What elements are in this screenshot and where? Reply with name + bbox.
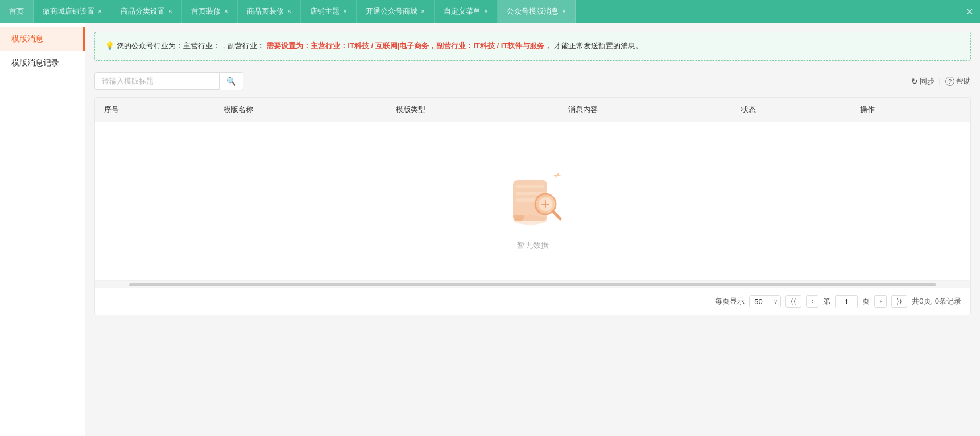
table-header: 序号模版名称模版类型消息内容状态操作 — [95, 98, 970, 122]
tab-close-shop-settings[interactable]: × — [98, 8, 102, 15]
search-button[interactable]: 🔍 — [220, 72, 243, 90]
notice-icon: 💡 — [105, 41, 114, 50]
help-label: 帮助 — [956, 76, 971, 86]
tab-custom-menu[interactable]: 自定义菜单 × — [435, 0, 498, 23]
tab-close-home-decor[interactable]: × — [224, 8, 228, 15]
col-header-name: 模版名称 — [214, 98, 387, 122]
search-icon: 🔍 — [226, 77, 236, 86]
empty-state: 暂无数据 — [104, 129, 961, 273]
notice-banner: 💡 您的公众号行业为：主营行业：，副营行业： 需要设置为：主营行业：IT科技 /… — [94, 32, 971, 61]
tab-close-product-category[interactable]: × — [168, 8, 172, 15]
pagination: 每页显示 102050100 ⟨⟨ ‹ 第 页 › ⟩⟩ 共0页, 0条记录 — [95, 288, 970, 315]
total-info: 共0页, 0条记录 — [912, 296, 961, 306]
current-page-input[interactable] — [835, 295, 858, 308]
page-size-label: 每页显示 — [715, 296, 745, 306]
tab-template-msg[interactable]: 公众号模版消息 × — [498, 0, 576, 23]
page-size-select[interactable]: 102050100 — [749, 295, 781, 308]
divider: | — [939, 77, 941, 85]
tab-product-decor[interactable]: 商品页装修 × — [238, 0, 301, 23]
notice-text-before: 您的公众号行业为：主营行业：，副营行业： — [117, 41, 264, 50]
tab-close-open-mall[interactable]: × — [421, 8, 425, 15]
prev-page-button[interactable]: ‹ — [806, 295, 818, 308]
col-header-index: 序号 — [95, 98, 214, 122]
tab-home-decor[interactable]: 首页装修 × — [182, 0, 238, 23]
sidebar-item-template-msg-record[interactable]: 模版消息记录 — [0, 51, 85, 75]
empty-illustration — [499, 163, 567, 231]
next-page-button[interactable]: › — [874, 295, 887, 308]
tab-close-template-msg[interactable]: × — [562, 8, 566, 15]
empty-text: 暂无数据 — [517, 240, 549, 251]
svg-line-7 — [553, 211, 560, 219]
sync-button[interactable]: ↻ 同步 — [911, 76, 934, 86]
tab-home[interactable]: 首页 — [0, 0, 34, 23]
tab-close-custom-menu[interactable]: × — [484, 8, 488, 15]
scrollbar-track — [129, 283, 936, 286]
help-button[interactable]: ? 帮助 — [945, 76, 971, 86]
page-word: 第 — [823, 296, 830, 306]
sidebar: 模版消息模版消息记录 — [0, 23, 85, 436]
search-bar: 🔍 ↻ 同步 | ? 帮助 — [94, 72, 971, 90]
col-header-status: 状态 — [732, 98, 851, 122]
search-right: ↻ 同步 | ? 帮助 — [911, 76, 971, 86]
first-page-button[interactable]: ⟨⟨ — [785, 295, 801, 308]
page-suffix: 页 — [862, 296, 870, 306]
tab-product-category[interactable]: 商品分类设置 × — [111, 0, 182, 23]
close-all-button[interactable]: ✕ — [959, 6, 980, 17]
notice-text-after: 才能正常发送预置的消息。 — [554, 41, 643, 50]
horizontal-scrollbar[interactable] — [95, 281, 970, 288]
sync-label: 同步 — [920, 76, 934, 86]
table-container: 序号模版名称模版类型消息内容状态操作 — [94, 97, 971, 315]
tab-shop-theme[interactable]: 店铺主题 × — [301, 0, 357, 23]
last-page-button[interactable]: ⟩⟩ — [891, 295, 907, 308]
search-input[interactable] — [94, 72, 220, 90]
col-header-action: 操作 — [851, 98, 970, 122]
col-header-content: 消息内容 — [559, 98, 731, 122]
notice-highlight: 需要设置为：主营行业：IT科技 / 互联网|电子商务，副营行业：IT科技 / I… — [266, 41, 552, 50]
content-area: 💡 您的公众号行业为：主营行业：，副营行业： 需要设置为：主营行业：IT科技 /… — [85, 23, 980, 436]
main-layout: 模版消息模版消息记录 💡 您的公众号行业为：主营行业：，副营行业： 需要设置为：… — [0, 23, 980, 436]
tab-close-product-decor[interactable]: × — [287, 8, 291, 15]
tab-close-shop-theme[interactable]: × — [343, 8, 347, 15]
tab-shop-settings[interactable]: 微商城店铺设置 × — [34, 0, 111, 23]
search-left: 🔍 — [94, 72, 243, 90]
svg-rect-2 — [516, 185, 544, 188]
tab-bar: 首页微商城店铺设置 ×商品分类设置 ×首页装修 ×商品页装修 ×店铺主题 ×开通… — [0, 0, 980, 23]
sync-icon: ↻ — [911, 77, 918, 86]
page-size-wrapper: 102050100 — [749, 295, 781, 308]
help-icon: ? — [945, 77, 954, 86]
data-table: 序号模版名称模版类型消息内容状态操作 — [95, 98, 970, 281]
col-header-type: 模版类型 — [387, 98, 559, 122]
sidebar-item-template-msg[interactable]: 模版消息 — [0, 27, 85, 51]
table-body: 暂无数据 — [95, 122, 970, 280]
tab-open-mall[interactable]: 开通公众号商城 × — [357, 0, 435, 23]
